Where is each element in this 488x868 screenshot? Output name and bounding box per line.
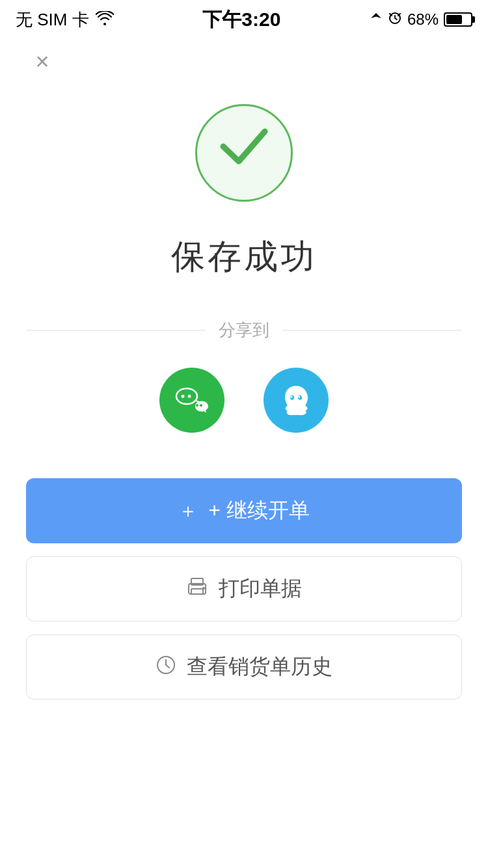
svg-point-2 [182, 395, 185, 398]
print-label: 打印单据 [219, 575, 302, 603]
svg-point-1 [176, 388, 197, 404]
qq-share-button[interactable] [264, 368, 329, 433]
divider-line-left [26, 330, 206, 331]
close-icon: × [35, 50, 49, 74]
continue-order-button[interactable]: ＋ + 继续开单 [26, 478, 462, 543]
status-left: 无 SIM 卡 [16, 8, 114, 31]
svg-point-13 [202, 587, 205, 590]
share-label: 分享到 [219, 319, 269, 342]
qq-icon [277, 381, 316, 420]
status-time: 下午3:20 [202, 7, 280, 33]
svg-point-9 [299, 396, 301, 398]
wechat-icon [172, 381, 211, 420]
share-divider: 分享到 [26, 319, 462, 342]
view-history-button[interactable]: 查看销货单历史 [26, 634, 462, 699]
clock-icon [156, 655, 176, 680]
success-circle [195, 104, 293, 202]
close-button[interactable]: × [26, 46, 59, 78]
action-buttons: ＋ + 继续开单 打印单据 查看销货单历史 [26, 478, 462, 699]
svg-point-8 [291, 396, 293, 398]
main-content: 保存成功 分享到 [0, 39, 488, 726]
success-title: 保存成功 [171, 234, 317, 280]
plus-icon: ＋ [178, 498, 198, 524]
wifi-icon [96, 10, 114, 30]
svg-point-3 [188, 395, 191, 398]
share-icons [159, 368, 329, 433]
print-button[interactable]: 打印单据 [26, 556, 462, 621]
location-icon [370, 10, 383, 29]
battery-percent: 68% [407, 10, 439, 29]
sim-text: 无 SIM 卡 [16, 8, 89, 31]
status-bar: 无 SIM 卡 下午3:20 68% [0, 0, 488, 39]
divider-line-right [282, 330, 462, 331]
svg-rect-12 [191, 589, 203, 594]
battery-icon [444, 12, 472, 27]
checkmark-icon [218, 124, 270, 178]
wechat-share-button[interactable] [159, 368, 224, 433]
printer-icon [186, 577, 208, 601]
history-label: 查看销货单历史 [187, 653, 332, 681]
status-right: 68% [370, 10, 472, 29]
svg-point-5 [200, 404, 202, 407]
continue-order-label: + 继续开单 [208, 496, 310, 525]
svg-point-4 [196, 404, 198, 407]
alarm-icon [388, 10, 402, 29]
